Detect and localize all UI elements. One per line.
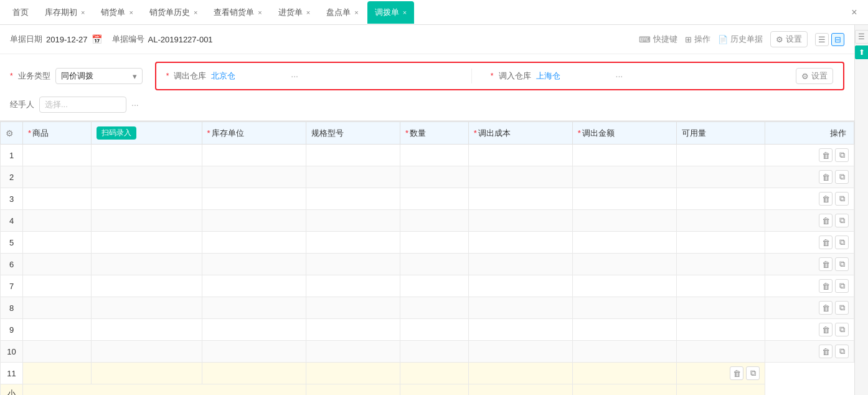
copy-icon[interactable]: ⧉ (835, 257, 849, 271)
cell-spec[interactable] (306, 341, 400, 363)
cell-scan[interactable] (91, 341, 202, 363)
tab-home[interactable]: 首页 (5, 1, 36, 24)
cell-cost[interactable] (468, 297, 572, 319)
cell-product[interactable] (23, 188, 92, 210)
tab-purchase[interactable]: 进货单 × (271, 1, 318, 24)
tab-inventory-init-close[interactable]: × (81, 9, 85, 16)
cell-available[interactable] (572, 363, 676, 384)
cell-unit[interactable] (202, 166, 306, 188)
tab-sales-history-close[interactable]: × (194, 9, 197, 16)
tab-stocktake-close[interactable]: × (354, 9, 358, 16)
cell-product[interactable] (23, 341, 92, 363)
layout-grid-btn[interactable]: ⊟ (831, 33, 844, 46)
cell-spec[interactable] (306, 297, 400, 319)
cell-spec[interactable] (306, 210, 400, 232)
cell-qty[interactable] (400, 188, 468, 210)
tab-sales-history[interactable]: 销货单历史 × (142, 1, 205, 24)
cell-amount[interactable] (468, 363, 572, 384)
delete-icon[interactable]: 🗑 (819, 323, 833, 336)
copy-icon[interactable]: ⧉ (835, 301, 849, 315)
handler-dropdown[interactable]: 选择... (39, 97, 126, 113)
delete-icon[interactable]: 🗑 (819, 148, 833, 162)
cell-cost[interactable] (468, 210, 572, 232)
cell-product[interactable] (23, 232, 92, 254)
cell-unit[interactable] (202, 145, 306, 166)
cell-available[interactable] (676, 210, 765, 232)
business-type-dropdown[interactable]: 同价调拨 ▾ (55, 68, 143, 84)
scan-button[interactable]: 扫码录入 (97, 126, 136, 140)
handler-more-icon[interactable]: ··· (131, 100, 139, 110)
cell-product[interactable] (23, 254, 92, 275)
delete-icon[interactable]: 🗑 (819, 236, 833, 249)
tab-inventory-init[interactable]: 库存期初 × (37, 1, 92, 24)
tab-purchase-close[interactable]: × (306, 9, 310, 16)
warehouse-out-value[interactable]: 北京仓 (211, 70, 286, 82)
cell-unit[interactable] (202, 232, 306, 254)
layout-list-btn[interactable]: ☰ (815, 33, 829, 46)
cell-scan[interactable] (91, 254, 202, 275)
delete-icon[interactable]: 🗑 (819, 170, 833, 184)
cell-cost[interactable] (468, 275, 572, 297)
tab-view-sales-close[interactable]: × (258, 9, 262, 16)
cell-amount[interactable] (572, 297, 676, 319)
cell-product[interactable] (23, 363, 92, 384)
tab-view-sales[interactable]: 查看销货单 × (206, 1, 269, 24)
cell-spec[interactable] (306, 319, 400, 341)
cell-product[interactable] (23, 166, 92, 188)
cell-unit[interactable] (202, 188, 306, 210)
cell-amount[interactable] (572, 188, 676, 210)
delete-icon[interactable]: 🗑 (819, 301, 833, 315)
cell-unit[interactable] (202, 341, 306, 363)
cell-scan[interactable] (91, 210, 202, 232)
cell-available[interactable] (676, 297, 765, 319)
cell-spec[interactable] (306, 145, 400, 166)
cell-available[interactable] (676, 254, 765, 275)
sidebar-list-icon[interactable]: ☰ (855, 30, 869, 44)
cell-qty[interactable] (400, 319, 468, 341)
cell-product[interactable] (23, 275, 92, 297)
cell-available[interactable] (676, 341, 765, 363)
copy-icon[interactable]: ⧉ (835, 148, 849, 162)
cell-amount[interactable] (572, 275, 676, 297)
cell-amount[interactable] (572, 232, 676, 254)
cell-available[interactable] (676, 166, 765, 188)
copy-icon[interactable]: ⧉ (835, 345, 849, 358)
cell-unit[interactable] (202, 254, 306, 275)
tab-transfer[interactable]: 调拨单 × (367, 1, 414, 24)
warehouse-in-more-icon[interactable]: ··· (616, 71, 623, 81)
calendar-icon[interactable]: 📅 (92, 34, 102, 44)
cell-qty[interactable] (400, 232, 468, 254)
cell-product[interactable] (23, 145, 92, 166)
cell-cost[interactable] (468, 341, 572, 363)
delete-icon[interactable]: 🗑 (819, 257, 833, 271)
cell-spec[interactable] (306, 166, 400, 188)
cell-product[interactable] (23, 297, 92, 319)
copy-icon[interactable]: ⧉ (835, 170, 849, 184)
copy-icon[interactable]: ⧉ (835, 323, 849, 336)
cell-scan[interactable] (91, 166, 202, 188)
delete-icon[interactable]: 🗑 (819, 279, 833, 293)
cell-qty[interactable] (306, 363, 400, 384)
cell-cost[interactable] (468, 166, 572, 188)
cell-amount[interactable] (572, 341, 676, 363)
tab-stocktake[interactable]: 盘点单 × (319, 1, 366, 24)
cell-unit[interactable] (202, 275, 306, 297)
copy-icon[interactable]: ⧉ (835, 279, 849, 293)
delete-icon[interactable]: 🗑 (730, 366, 743, 380)
cell-qty[interactable] (400, 145, 468, 166)
cell-cost[interactable] (468, 254, 572, 275)
sidebar-share-icon[interactable]: ⬆ (855, 45, 869, 59)
tab-transfer-close[interactable]: × (403, 9, 407, 16)
cell-unit[interactable] (91, 363, 202, 384)
cell-spec[interactable] (306, 188, 400, 210)
tab-sales-order-close[interactable]: × (129, 9, 133, 16)
cell-amount[interactable] (572, 254, 676, 275)
cell-cost[interactable] (468, 319, 572, 341)
warehouse-settings-button[interactable]: ⚙ 设置 (796, 68, 833, 84)
cell-product[interactable] (23, 319, 92, 341)
cell-scan[interactable] (91, 319, 202, 341)
cell-qty[interactable] (400, 166, 468, 188)
cell-scan[interactable] (91, 188, 202, 210)
warehouse-out-more-icon[interactable]: ··· (291, 71, 298, 81)
cell-cost[interactable] (468, 232, 572, 254)
